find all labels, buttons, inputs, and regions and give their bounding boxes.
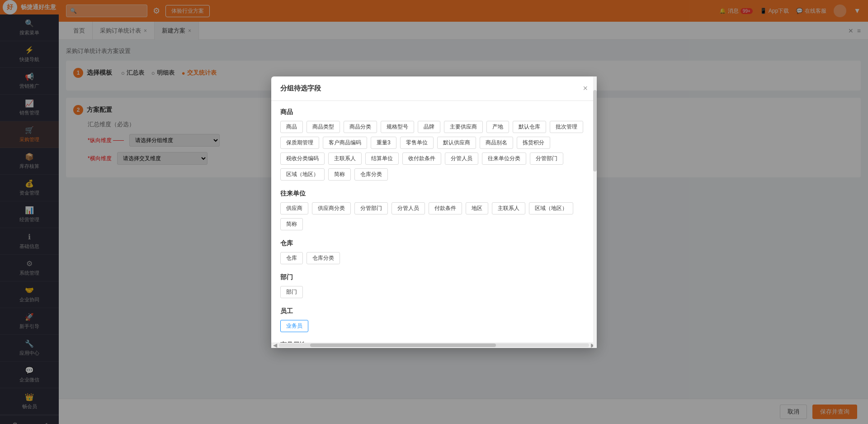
hscroll-track (279, 343, 589, 347)
tag-default-warehouse[interactable]: 默认仓库 (513, 121, 546, 133)
section-goods-tags: 商品 商品类型 商品分类 规格型号 品牌 主要供应商 产地 默认仓库 批次管理 … (280, 121, 588, 181)
section-employee-tags: 业务员 (280, 320, 588, 332)
tag-partner-person[interactable]: 分管人员 (392, 202, 425, 214)
section-dept-tags: 部门 (280, 286, 588, 298)
tag-expiry-mgmt[interactable]: 保质期管理 (280, 137, 319, 149)
tag-partner-region[interactable]: 区域（地区） (529, 202, 573, 214)
section-employee: 员工 业务员 (280, 307, 588, 332)
section-warehouse: 仓库 仓库 仓库分类 (280, 239, 588, 264)
tag-spec-model[interactable]: 规格型号 (381, 121, 414, 133)
section-partner: 往来单位 供应商 供应商分类 分管部门 分管人员 付款条件 地区 主联系人 区域… (280, 190, 588, 230)
tag-goods-type[interactable]: 商品类型 (307, 121, 340, 133)
section-warehouse-title: 仓库 (280, 239, 588, 248)
tag-weight3[interactable]: 重量3 (371, 137, 396, 149)
modal-hscroll: ◀ ▶ (271, 343, 597, 348)
tag-short-name[interactable]: 简称 (328, 168, 351, 181)
tag-main-contact[interactable]: 主联系人 (328, 152, 362, 165)
tag-goods[interactable]: 商品 (280, 121, 303, 133)
section-partner-title: 往来单位 (280, 190, 588, 198)
tag-payment-cond[interactable]: 付款条件 (429, 202, 462, 214)
tag-origin[interactable]: 产地 (486, 121, 509, 133)
section-warehouse-tags: 仓库 仓库分类 (280, 252, 588, 264)
tag-main-supplier[interactable]: 主要供应商 (444, 121, 483, 133)
tag-tax-code[interactable]: 税收分类编码 (280, 152, 325, 165)
modal-body: 商品 商品 商品类型 商品分类 规格型号 品牌 主要供应商 产地 默认仓库 批次… (271, 101, 597, 343)
section-partner-tags: 供应商 供应商分类 分管部门 分管人员 付款条件 地区 主联系人 区域（地区） … (280, 202, 588, 230)
section-goods: 商品 商品 商品类型 商品分类 规格型号 品牌 主要供应商 产地 默认仓库 批次… (280, 108, 588, 181)
vertical-scrollbar (593, 76, 597, 348)
section-goods-title: 商品 (280, 108, 588, 116)
tag-batch-mgmt[interactable]: 批次管理 (550, 121, 583, 133)
tag-goods-category[interactable]: 商品分类 (344, 121, 377, 133)
tag-brand[interactable]: 品牌 (418, 121, 440, 133)
tag-region[interactable]: 地区 (466, 202, 488, 214)
hscroll-thumb (310, 343, 496, 347)
tag-retail-unit[interactable]: 零售单位 (400, 137, 434, 149)
tag-sales-rep[interactable]: 业务员 (280, 320, 308, 332)
tag-supplier-category[interactable]: 供应商分类 (312, 202, 351, 214)
tag-main-contact2[interactable]: 主联系人 (492, 202, 525, 214)
modal-field-selector: 分组待选字段 × 商品 商品 商品类型 商品分类 规格型号 品牌 主要供应商 产… (271, 76, 597, 348)
tag-department[interactable]: 部门 (280, 286, 303, 298)
tag-region-area[interactable]: 区域（地区） (280, 168, 325, 181)
tag-warehouse-cat[interactable]: 仓库分类 (307, 252, 340, 264)
tag-payment-terms[interactable]: 收付款条件 (402, 152, 441, 165)
modal-header: 分组待选字段 × (271, 76, 597, 101)
hscroll-left-arrow[interactable]: ◀ (273, 342, 277, 348)
tag-supplier[interactable]: 供应商 (280, 202, 308, 214)
tag-dept[interactable]: 分管部门 (530, 152, 563, 165)
modal-close-icon[interactable]: × (583, 84, 588, 93)
tag-partner-dept[interactable]: 分管部门 (354, 202, 388, 214)
tag-partner-category[interactable]: 往来单位分类 (482, 152, 526, 165)
tag-default-supplier[interactable]: 默认供应商 (437, 137, 476, 149)
tag-warehouse-category[interactable]: 仓库分类 (354, 168, 388, 181)
tag-customer-goods-code[interactable]: 客户商品编码 (323, 137, 367, 149)
tag-goods-alias[interactable]: 商品别名 (480, 137, 513, 149)
tag-supervisor-person[interactable]: 分管人员 (445, 152, 478, 165)
section-dept-title: 部门 (280, 273, 588, 281)
section-dept: 部门 部门 (280, 273, 588, 298)
section-employee-title: 员工 (280, 307, 588, 315)
tag-settle-unit[interactable]: 结算单位 (365, 152, 399, 165)
tag-warehouse[interactable]: 仓库 (280, 252, 303, 264)
overlay: 分组待选字段 × 商品 商品 商品类型 商品分类 规格型号 品牌 主要供应商 产… (0, 0, 868, 424)
tag-pick-score[interactable]: 拣货积分 (517, 137, 550, 149)
modal-title: 分组待选字段 (280, 84, 321, 93)
vertical-scrollbar-thumb (593, 90, 597, 172)
tag-partner-short-name[interactable]: 简称 (280, 218, 303, 230)
